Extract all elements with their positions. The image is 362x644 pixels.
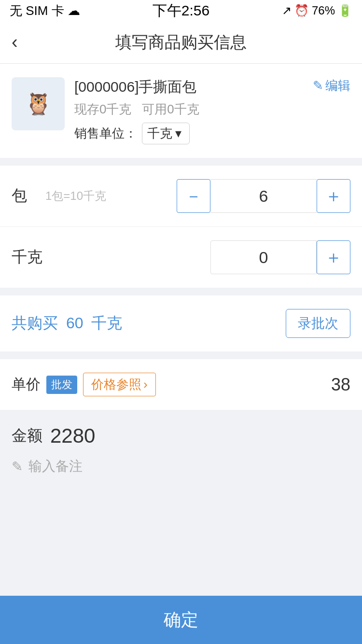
- price-value: 38: [331, 375, 350, 395]
- bao-input[interactable]: [210, 179, 317, 213]
- price-left: 单价 批发 价格参照 ›: [12, 373, 156, 396]
- amount-label: 金额: [12, 425, 42, 447]
- kg-controls: ＋: [210, 240, 350, 274]
- amount-section: 金额 2280 ✎ 输入备注: [0, 411, 362, 490]
- batch-button[interactable]: 录批次: [286, 309, 350, 338]
- sim-status: 无 SIM 卡 ☁: [10, 2, 80, 19]
- product-name: [0000006]手撕面包: [74, 77, 350, 97]
- kg-label: 千克: [12, 247, 42, 268]
- product-card: 🦉 [0000006]手撕面包 现存0千克 可用0千克 销售单位： 千克 ▾ ✎…: [0, 64, 362, 158]
- confirm-bar[interactable]: 确定: [0, 596, 362, 644]
- kg-plus-button[interactable]: ＋: [317, 240, 350, 274]
- product-logo: 🦉: [25, 91, 52, 116]
- chevron-right-icon: ›: [143, 377, 148, 392]
- kg-input[interactable]: [210, 240, 317, 274]
- edit-icon: ✎: [313, 78, 323, 93]
- battery-icon: 🔋: [338, 4, 352, 17]
- back-arrow-icon: ‹: [12, 32, 18, 52]
- product-info: [0000006]手撕面包 现存0千克 可用0千克 销售单位： 千克 ▾: [74, 77, 350, 144]
- nav-bar: ‹ 填写商品购买信息: [0, 21, 362, 64]
- quantity-bao-row: 包 1包=10千克 － ＋: [0, 166, 362, 227]
- note-icon: ✎: [12, 459, 23, 475]
- bao-controls: － ＋: [177, 179, 350, 213]
- battery-status: 76%: [312, 4, 335, 17]
- product-stock: 现存0千克 可用0千克: [74, 101, 350, 118]
- price-label: 单价: [12, 375, 41, 394]
- bao-hint: 1包=10千克: [45, 188, 177, 204]
- location-icon: ↗: [282, 4, 292, 17]
- total-row: 共购买 60 千克 录批次: [0, 295, 362, 351]
- product-section: 🦉 [0000006]手撕面包 现存0千克 可用0千克 销售单位： 千克 ▾ ✎…: [0, 64, 362, 158]
- edit-button[interactable]: ✎ 编辑: [313, 77, 350, 94]
- confirm-button-label: 确定: [164, 608, 198, 632]
- product-image: 🦉: [12, 77, 65, 130]
- price-tag: 批发: [46, 376, 77, 394]
- status-bar: 无 SIM 卡 ☁ 下午2:56 ↗ ⏰ 76% 🔋: [0, 0, 362, 21]
- chevron-down-icon: ▾: [175, 126, 181, 141]
- back-button[interactable]: ‹: [12, 32, 18, 53]
- amount-row: 金额 2280: [12, 424, 350, 457]
- amount-value: 2280: [50, 424, 95, 448]
- note-row[interactable]: ✎ 输入备注: [12, 457, 350, 490]
- note-placeholder: 输入备注: [28, 457, 83, 476]
- quantity-section: 包 1包=10千克 － ＋ 千克 ＋: [0, 166, 362, 288]
- quantity-kg-row: 千克 ＋: [0, 227, 362, 288]
- page-title: 填写商品购买信息: [115, 31, 247, 54]
- bao-plus-button[interactable]: ＋: [317, 179, 350, 213]
- clock-icon: ⏰: [294, 4, 309, 17]
- status-right: ↗ ⏰ 76% 🔋: [282, 4, 352, 17]
- bao-minus-button[interactable]: －: [177, 179, 210, 213]
- price-section: 单价 批发 价格参照 › 38: [0, 359, 362, 410]
- product-unit-row: 销售单位： 千克 ▾: [74, 123, 350, 144]
- unit-selector[interactable]: 千克 ▾: [142, 123, 190, 144]
- price-ref-button[interactable]: 价格参照 ›: [83, 373, 156, 396]
- bao-label: 包: [12, 185, 41, 207]
- status-time: 下午2:56: [153, 1, 209, 21]
- total-amount: 60: [66, 314, 84, 332]
- total-text: 共购买 60 千克: [12, 313, 122, 334]
- status-left: 无 SIM 卡 ☁: [10, 2, 80, 19]
- price-row: 单价 批发 价格参照 › 38: [12, 373, 350, 396]
